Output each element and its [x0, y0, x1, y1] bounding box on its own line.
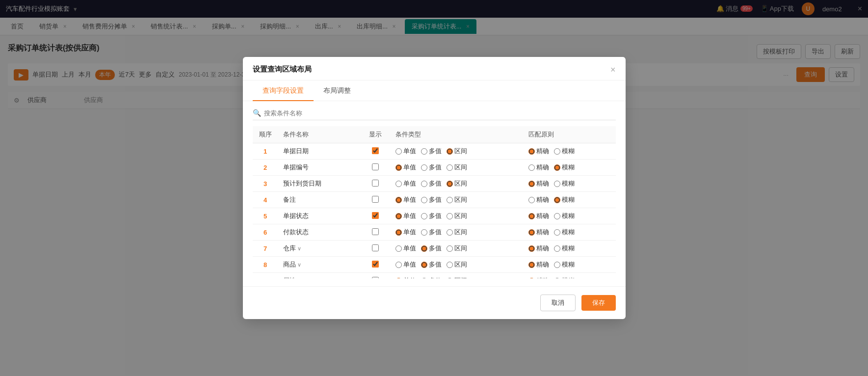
display-checkbox-wrap[interactable]: [372, 262, 379, 269]
type-multi-radio[interactable]: [421, 197, 427, 203]
match-exact-radio[interactable]: [528, 148, 535, 155]
type-multi-label[interactable]: 多值: [421, 163, 442, 172]
type-single-radio[interactable]: [395, 262, 402, 268]
type-range-label[interactable]: 区间: [447, 244, 467, 253]
match-exact-label[interactable]: 精确: [528, 260, 549, 269]
type-single-radio[interactable]: [395, 229, 402, 236]
match-fuzzy-label[interactable]: 模糊: [554, 228, 575, 237]
display-checkbox[interactable]: [372, 180, 379, 187]
type-range-radio[interactable]: [447, 245, 453, 252]
display-checkbox[interactable]: [372, 228, 379, 235]
type-single-label[interactable]: 单值: [395, 179, 416, 188]
type-single-radio[interactable]: [395, 148, 402, 155]
type-range-label[interactable]: 区间: [447, 276, 467, 278]
type-multi-label[interactable]: 多值: [421, 228, 442, 237]
tab-query-fields[interactable]: 查询字段设置: [253, 81, 314, 101]
display-checkbox-wrap[interactable]: [372, 148, 379, 156]
type-multi-radio[interactable]: [421, 262, 427, 268]
type-range-radio[interactable]: [447, 181, 453, 187]
match-fuzzy-radio[interactable]: [554, 245, 560, 252]
match-fuzzy-radio[interactable]: [554, 262, 560, 268]
type-multi-radio[interactable]: [421, 278, 427, 279]
display-checkbox-wrap[interactable]: [372, 278, 379, 279]
match-exact-label[interactable]: 精确: [528, 228, 549, 237]
match-fuzzy-radio[interactable]: [554, 164, 560, 171]
type-range-label[interactable]: 区间: [447, 260, 467, 269]
type-single-label[interactable]: 单值: [395, 212, 416, 220]
type-range-label[interactable]: 区间: [447, 147, 467, 156]
match-fuzzy-label[interactable]: 模糊: [554, 276, 575, 278]
type-range-label[interactable]: 区间: [447, 212, 467, 220]
match-exact-label[interactable]: 精确: [528, 163, 549, 172]
display-checkbox[interactable]: [372, 196, 379, 203]
match-exact-label[interactable]: 精确: [528, 147, 549, 156]
type-multi-label[interactable]: 多值: [421, 195, 442, 204]
type-single-label[interactable]: 单值: [395, 228, 416, 237]
type-single-radio[interactable]: [395, 197, 402, 203]
match-fuzzy-label[interactable]: 模糊: [554, 244, 575, 253]
match-fuzzy-radio[interactable]: [554, 148, 560, 155]
type-multi-radio[interactable]: [421, 229, 427, 236]
match-exact-radio[interactable]: [528, 197, 535, 203]
type-multi-radio[interactable]: [421, 148, 427, 155]
type-single-radio[interactable]: [395, 213, 402, 219]
display-checkbox-wrap[interactable]: [372, 181, 379, 188]
type-range-label[interactable]: 区间: [447, 228, 467, 237]
display-checkbox-wrap[interactable]: [372, 213, 379, 220]
type-range-label[interactable]: 区间: [447, 163, 467, 172]
type-multi-label[interactable]: 多值: [421, 244, 442, 253]
type-single-label[interactable]: 单值: [395, 260, 416, 269]
type-range-label[interactable]: 区间: [447, 195, 467, 204]
match-fuzzy-label[interactable]: 模糊: [554, 260, 575, 269]
display-checkbox-wrap[interactable]: [372, 164, 379, 172]
type-range-radio[interactable]: [447, 164, 453, 171]
type-multi-label[interactable]: 多值: [421, 212, 442, 220]
display-checkbox-wrap[interactable]: [372, 229, 379, 237]
type-range-radio[interactable]: [447, 148, 453, 155]
type-multi-radio[interactable]: [421, 213, 427, 219]
match-exact-label[interactable]: 精确: [528, 179, 549, 188]
match-exact-label[interactable]: 精确: [528, 276, 549, 278]
match-exact-radio[interactable]: [528, 164, 535, 171]
type-single-radio[interactable]: [395, 245, 402, 252]
display-checkbox-wrap[interactable]: [372, 245, 379, 253]
save-button[interactable]: 保存: [581, 295, 616, 311]
match-fuzzy-label[interactable]: 模糊: [554, 163, 575, 172]
match-exact-label[interactable]: 精确: [528, 195, 549, 204]
type-range-radio[interactable]: [447, 197, 453, 203]
tab-layout-adjust[interactable]: 布局调整: [314, 81, 361, 101]
match-fuzzy-radio[interactable]: [554, 229, 560, 236]
match-exact-label[interactable]: 精确: [528, 212, 549, 220]
type-range-radio[interactable]: [447, 262, 453, 268]
type-single-label[interactable]: 单值: [395, 276, 416, 278]
match-exact-label[interactable]: 精确: [528, 244, 549, 253]
cancel-button[interactable]: 取消: [540, 295, 576, 311]
match-fuzzy-radio[interactable]: [554, 197, 560, 203]
type-single-label[interactable]: 单值: [395, 244, 416, 253]
match-fuzzy-radio[interactable]: [554, 181, 560, 187]
type-multi-label[interactable]: 多值: [421, 147, 442, 156]
match-exact-radio[interactable]: [528, 278, 535, 279]
match-exact-radio[interactable]: [528, 229, 535, 236]
type-range-radio[interactable]: [447, 213, 453, 219]
display-checkbox[interactable]: [372, 147, 379, 154]
type-range-radio[interactable]: [447, 278, 453, 279]
match-exact-radio[interactable]: [528, 181, 535, 187]
match-exact-radio[interactable]: [528, 245, 535, 252]
type-range-radio[interactable]: [447, 229, 453, 236]
type-single-radio[interactable]: [395, 164, 402, 171]
match-fuzzy-label[interactable]: 模糊: [554, 195, 575, 204]
type-single-label[interactable]: 单值: [395, 147, 416, 156]
match-exact-radio[interactable]: [528, 213, 535, 219]
match-fuzzy-label[interactable]: 模糊: [554, 147, 575, 156]
match-exact-radio[interactable]: [528, 262, 535, 268]
type-multi-radio[interactable]: [421, 164, 427, 171]
type-multi-label[interactable]: 多值: [421, 260, 442, 269]
display-checkbox[interactable]: [372, 212, 379, 219]
match-fuzzy-label[interactable]: 模糊: [554, 179, 575, 188]
type-single-radio[interactable]: [395, 278, 402, 279]
type-range-label[interactable]: 区间: [447, 179, 467, 188]
type-multi-radio[interactable]: [421, 181, 427, 187]
type-single-label[interactable]: 单值: [395, 163, 416, 172]
search-input[interactable]: [264, 109, 362, 117]
